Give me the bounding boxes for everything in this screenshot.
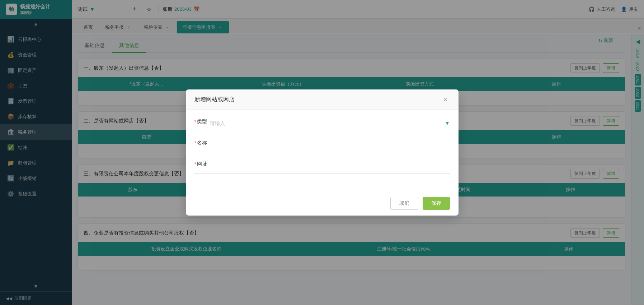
type-dropdown-arrow[interactable]: ▼ <box>445 120 450 126</box>
modal-header: 新增网站或网店 × <box>186 89 459 110</box>
url-input[interactable] <box>207 163 450 168</box>
required-star-name: * <box>194 140 196 146</box>
form-name-input-row: * 名称 <box>194 140 450 152</box>
form-name-label: * 名称 <box>194 140 207 146</box>
modal-add-website: 新增网站或网店 × * 类型 ▼ <box>186 89 459 216</box>
form-url-input-row: * 网址 <box>194 161 450 174</box>
form-field-name: * 名称 <box>194 140 450 152</box>
save-btn[interactable]: 保存 <box>423 197 450 210</box>
modal-body: * 类型 ▼ * 名称 <box>186 110 459 191</box>
type-input[interactable] <box>210 120 445 126</box>
modal-overlay[interactable]: 新增网站或网店 × * 类型 ▼ <box>0 0 644 305</box>
modal-footer: 取消 保存 <box>186 191 459 216</box>
name-input[interactable] <box>207 142 450 147</box>
form-field-url: * 网址 <box>194 161 450 174</box>
form-type-input-row: * 类型 ▼ <box>194 119 450 131</box>
form-url-label: * 网址 <box>194 161 207 167</box>
required-star-url: * <box>194 161 196 167</box>
cancel-btn[interactable]: 取消 <box>390 197 418 210</box>
required-star-type: * <box>194 119 196 125</box>
form-field-type: * 类型 ▼ <box>194 119 450 131</box>
form-type-label: * 类型 <box>194 119 210 125</box>
modal-close-btn[interactable]: × <box>441 95 450 104</box>
modal-title: 新增网站或网店 <box>194 96 235 103</box>
